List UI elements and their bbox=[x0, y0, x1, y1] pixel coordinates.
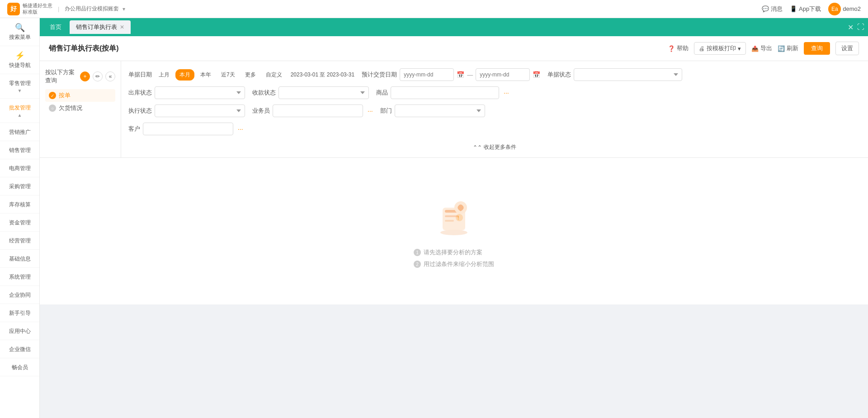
sidebar-item-purchase[interactable]: 采购管理 bbox=[0, 177, 39, 195]
sidebar-item-system[interactable]: 系统管理 bbox=[0, 268, 39, 286]
department-select[interactable] bbox=[395, 104, 485, 117]
filter-row-1: 单据日期 上月 本月 本年 近7天 更多 自定义 2023-03-01 至 20… bbox=[128, 68, 861, 81]
filter-execution: 执行状态 bbox=[128, 104, 245, 117]
svg-point-0 bbox=[440, 230, 467, 235]
app-download-button[interactable]: 📱 App下载 bbox=[790, 5, 821, 13]
date-btn-7days[interactable]: 近7天 bbox=[217, 69, 239, 81]
filter-payment: 收款状态 bbox=[252, 86, 369, 99]
filter-customer: 客户 ··· bbox=[128, 123, 243, 135]
calendar-icon-start[interactable]: 📅 bbox=[457, 71, 464, 78]
empty-state: ! 1 请先选择要分析的方案 2 用过滤条件来缩小分析范围 bbox=[40, 158, 868, 304]
sidebar-item-member[interactable]: 畅会员 bbox=[0, 358, 39, 376]
main-layout: 🔍 搜索菜单 ⚡ 快捷导航 零售管理 ▼ 批发管理 ▲ 营销推广 销售管理 电商… bbox=[0, 18, 868, 418]
sidebar-item-finance[interactable]: 资金管理 bbox=[0, 214, 39, 232]
scheme-option-debt[interactable]: ○ 欠货情况 bbox=[45, 102, 115, 114]
home-tab-label: 首页 bbox=[50, 23, 61, 31]
filter-row-3: 执行状态 业务员 ··· 部门 bbox=[128, 104, 861, 117]
export-icon: 📤 bbox=[751, 45, 759, 52]
expected-date-start[interactable] bbox=[400, 68, 454, 81]
sidebar-item-appstore[interactable]: 应用中心 bbox=[0, 322, 39, 340]
breadcrumb-arrow-icon[interactable]: ▾ bbox=[123, 6, 125, 12]
date-btn-custom[interactable]: 自定义 bbox=[262, 69, 286, 81]
date-btn-this-year[interactable]: 本年 bbox=[196, 69, 215, 81]
settings-button[interactable]: 设置 bbox=[835, 42, 859, 55]
close-icon[interactable]: ✕ bbox=[120, 24, 124, 30]
goods-more-icon[interactable]: ··· bbox=[504, 89, 509, 96]
sidebar-item-operations[interactable]: 经营管理 bbox=[0, 232, 39, 250]
sidebar-item-enterprise[interactable]: 企业协同 bbox=[0, 286, 39, 304]
date-btn-last-month[interactable]: 上月 bbox=[155, 69, 174, 81]
sidebar-item-wholesale[interactable]: 批发管理 ▲ bbox=[0, 99, 39, 123]
collapse-scheme-button[interactable]: « bbox=[105, 71, 115, 81]
logo-icon: 好 bbox=[7, 3, 20, 15]
tab-bar-actions: ✕ ⛶ bbox=[848, 23, 864, 32]
filter-panel: 按以下方案查询 + ✏ « ✓ 按单 ○ 欠货情况 bbox=[40, 61, 868, 158]
filter-scheme-label: 按以下方案查询 + ✏ « bbox=[45, 68, 115, 85]
sidebar-item-ecommerce[interactable]: 电商管理 bbox=[0, 159, 39, 177]
help-button[interactable]: ❓ 帮助 bbox=[668, 44, 689, 52]
date-range-display: 2023-03-01 至 2023-03-31 bbox=[291, 71, 354, 79]
payment-select[interactable] bbox=[278, 86, 369, 99]
sidebar: 🔍 搜索菜单 ⚡ 快捷导航 零售管理 ▼ 批发管理 ▲ 营销推广 销售管理 电商… bbox=[0, 18, 40, 418]
print-button[interactable]: 🖨 按模板打印 ▾ bbox=[694, 42, 746, 55]
date-btn-this-month[interactable]: 本月 bbox=[175, 69, 194, 81]
maximize-icon[interactable]: ⛶ bbox=[857, 23, 864, 31]
avatar: Ea bbox=[828, 3, 841, 15]
page-title: 销售订单执行表(按单) bbox=[49, 44, 119, 53]
logo-text: 畅捷通好生意 标准版 bbox=[23, 3, 52, 14]
refresh-button[interactable]: 🔄 刷新 bbox=[778, 44, 798, 52]
shipment-label: 出库状态 bbox=[128, 89, 152, 97]
minimize-icon[interactable]: ✕ bbox=[848, 23, 854, 32]
search-button[interactable]: 查询 bbox=[804, 42, 830, 55]
goods-input[interactable] bbox=[391, 86, 499, 99]
tip-num-2: 2 bbox=[414, 261, 421, 268]
customer-more-icon[interactable]: ··· bbox=[238, 125, 243, 133]
debt-icon: ○ bbox=[49, 104, 56, 112]
execution-select[interactable] bbox=[155, 104, 245, 117]
page-header: 销售订单执行表(按单) ❓ 帮助 🖨 按模板打印 ▾ 📤 导出 bbox=[40, 36, 868, 61]
export-button[interactable]: 📤 导出 bbox=[751, 44, 772, 52]
breadcrumb: 办公用品行业模拟账套 bbox=[65, 5, 119, 13]
empty-tips: 1 请先选择要分析的方案 2 用过滤条件来缩小分析范围 bbox=[414, 248, 494, 268]
empty-tip-2: 2 用过滤条件来缩小分析范围 bbox=[414, 260, 494, 268]
date-btn-more[interactable]: 更多 bbox=[241, 69, 260, 81]
sidebar-item-sales[interactable]: 销售管理 bbox=[0, 141, 39, 159]
expected-date-end[interactable] bbox=[476, 68, 530, 81]
sidebar-item-wechat[interactable]: 企业微信 bbox=[0, 340, 39, 358]
order-icon: ✓ bbox=[49, 92, 56, 99]
user-menu[interactable]: Ea demo2 bbox=[828, 3, 861, 15]
sidebar-item-quick-nav[interactable]: ⚡ 快捷导航 bbox=[0, 46, 39, 74]
sidebar-item-search[interactable]: 🔍 搜索菜单 bbox=[0, 18, 39, 46]
add-scheme-button[interactable]: + bbox=[80, 71, 90, 81]
search-icon: 🔍 bbox=[2, 23, 38, 33]
sidebar-item-marketing[interactable]: 营销推广 bbox=[0, 123, 39, 141]
refresh-icon: 🔄 bbox=[778, 45, 785, 52]
quicknav-icon: ⚡ bbox=[2, 51, 38, 61]
tab-sales-order[interactable]: 销售订单执行表 ✕ bbox=[70, 20, 131, 34]
tab-home[interactable]: 首页 bbox=[43, 20, 68, 34]
shipment-select[interactable] bbox=[155, 86, 245, 99]
filter-row-2: 出库状态 收款状态 商品 bbox=[128, 86, 861, 99]
filter-department: 部门 bbox=[380, 104, 485, 117]
sidebar-item-basic[interactable]: 基础信息 bbox=[0, 250, 39, 268]
salesperson-input[interactable] bbox=[273, 104, 363, 117]
customer-input[interactable] bbox=[143, 123, 233, 135]
scheme-option-order[interactable]: ✓ 按单 bbox=[45, 89, 115, 102]
message-icon: 💬 bbox=[762, 5, 769, 12]
status-select[interactable] bbox=[574, 68, 682, 81]
customer-label: 客户 bbox=[128, 125, 140, 133]
collapse-bar[interactable]: ⌃⌃ 收起更多条件 bbox=[128, 141, 861, 154]
sidebar-item-retail[interactable]: 零售管理 ▼ bbox=[0, 74, 39, 99]
sidebar-item-inventory[interactable]: 库存核算 bbox=[0, 195, 39, 214]
edit-scheme-button[interactable]: ✏ bbox=[93, 71, 103, 81]
filter-row-4: 客户 ··· bbox=[128, 123, 861, 135]
collapse-up-icon: ⌃⌃ bbox=[473, 144, 482, 151]
download-icon: 📱 bbox=[790, 5, 797, 12]
filter-status: 单据状态 bbox=[547, 68, 682, 81]
filter-salesperson: 业务员 ··· bbox=[252, 104, 373, 117]
messages-button[interactable]: 💬 消息 bbox=[762, 5, 783, 13]
sidebar-item-newbie[interactable]: 新手引导 bbox=[0, 304, 39, 322]
goods-label: 商品 bbox=[376, 89, 388, 97]
salesperson-more-icon[interactable]: ··· bbox=[368, 107, 373, 114]
calendar-icon-end[interactable]: 📅 bbox=[533, 71, 540, 78]
